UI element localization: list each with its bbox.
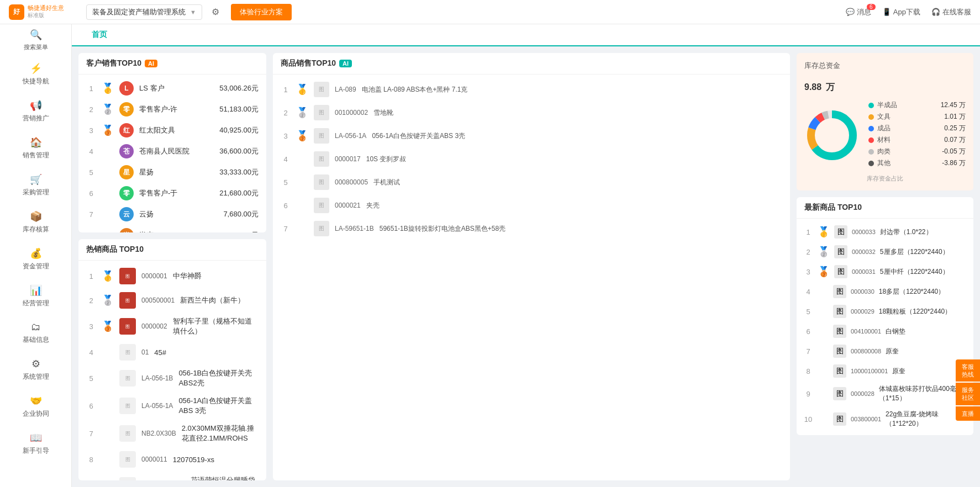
hot-products-title: 热销商品 TOP10 (86, 245, 144, 255)
table-row: 8 尚 尚态 7,563.00元 (78, 225, 266, 232)
legend-dot (868, 161, 874, 166)
avatar: 苍 (119, 144, 134, 158)
content-area: 首页 客户销售TOP10 AI 1 🥇 L (72, 24, 980, 487)
list-item: 3 🥉 图 0000031 5厘中纤（1220*2440） (797, 262, 973, 282)
list-item: 10 图 003800001 22g鱼豆腐-烧烤味（1*12*20） (797, 406, 973, 432)
avatar: 零 (119, 102, 134, 117)
legend-list: 半成品 12.45 万 文具 1.01 万 成品 0 (868, 100, 966, 170)
service-community-button[interactable]: 服务社区 (956, 383, 980, 405)
sidebar-item-finance[interactable]: 💰 资金管理 (0, 241, 71, 278)
np-thumb: 图 (833, 285, 846, 298)
messages-button[interactable]: 💬 消息 6 (846, 7, 871, 17)
medal-gold-icon: 🥇 (296, 83, 308, 96)
logo-area: 好 畅捷通好生意 标准版 (9, 4, 81, 20)
sold-thumb: 图 (314, 105, 329, 120)
avatar: 红 (119, 123, 134, 137)
sidebar-item-purchase[interactable]: 🛒 采购管理 (0, 167, 71, 204)
medal-silver-icon: 🥈 (102, 103, 114, 115)
sidebar-item-ops[interactable]: 📊 经营管理 (0, 278, 71, 315)
legend-dot (868, 137, 874, 143)
sidebar-item-collab[interactable]: 🤝 企业协同 (0, 388, 71, 425)
list-item: 8 图 0000011 12070519-xs (78, 447, 266, 472)
list-item: 4 图 0000017 10S 变刹罗叔 (273, 147, 790, 171)
legend-dot (868, 149, 874, 155)
sidebar-label-search: 搜索菜单 (24, 43, 48, 51)
tab-home[interactable]: 首页 (81, 24, 118, 46)
list-item: 7 图 000800008 原奎 (797, 341, 973, 361)
sidebar-item-marketing[interactable]: 📢 营销推广 (0, 93, 71, 130)
medal-silver-icon: 🥈 (296, 107, 308, 119)
sidebar-item-inventory[interactable]: 📦 库存核算 (0, 204, 71, 241)
quick-icon: ⚡ (30, 62, 42, 75)
inventory-card: 库存总资金 9.88 万 (797, 53, 973, 190)
new-products-header: 最新商品 TOP10 (797, 197, 973, 219)
table-row: 4 苍 苍南县人民医院 36,600.00元 (78, 141, 266, 162)
product-thumb: 图 (119, 318, 136, 335)
product-thumb: 图 (119, 477, 136, 480)
legend-item-finished: 成品 0.25 万 (868, 124, 966, 133)
trial-button[interactable]: 体验行业方案 (231, 4, 292, 20)
sales-icon: 🏠 (30, 136, 42, 149)
legend-item-stationery: 文具 1.01 万 (868, 112, 966, 121)
sold-thumb: 图 (314, 151, 329, 167)
message-icon: 💬 (846, 8, 855, 16)
sidebar-label-quick: 快捷导航 (23, 77, 49, 86)
np-thumb: 图 (833, 325, 846, 338)
list-item: 5 图 LA-056-1B 056-1B白色按键开关壳ABS2壳 (78, 364, 266, 392)
sidebar-label-system: 系统管理 (23, 372, 49, 382)
list-item: 2 🥈 图 000500001 新西兰牛肉（新牛） (78, 288, 266, 313)
medal-bronze-icon: 🥉 (102, 124, 114, 136)
online-service-button[interactable]: 🎧 在线客服 (931, 7, 971, 17)
sidebar-item-base[interactable]: 🗂 基础信息 (0, 315, 71, 351)
inventory-icon: 📦 (30, 210, 42, 223)
app-download-button[interactable]: 📱 App下载 (882, 7, 920, 17)
table-row: 2 🥈 零 零售客户-许 51,183.00元 (78, 99, 266, 120)
sold-ai-badge: AI (339, 60, 352, 67)
sold-goods-header: 商品销售TOP10 AI (273, 53, 790, 75)
sold-goods-title: 商品销售TOP10 (281, 59, 336, 68)
mid-column: 商品销售TOP10 AI 1 🥇 图 LA-089 电池盖 LA-089 ABS… (273, 53, 790, 480)
np-thumb: 图 (834, 265, 847, 278)
list-item: 7 图 NB2.0X30B 2.0X30MM双捶花轴.捶花直径2.1MM/ROH… (78, 420, 266, 447)
avatar: 零 (119, 186, 134, 200)
list-item: 5 图 000800005 手机测试 (273, 171, 790, 194)
customer-service-button[interactable]: 客服热线 (956, 359, 980, 382)
table-row: 1 🥇 L LS 客户 53,006.26元 (78, 78, 266, 99)
donut-area: 半成品 12.45 万 文具 1.01 万 成品 0 (804, 100, 966, 170)
system-name: 装备及固定资产辅助管理系统 (92, 7, 186, 17)
sidebar-item-system[interactable]: ⚙ 系统管理 (0, 351, 71, 388)
gear-button[interactable]: ⚙ (207, 3, 224, 21)
finance-icon: 💰 (30, 247, 42, 260)
float-service: 客服热线 服务社区 直播 (956, 359, 980, 421)
sidebar-item-search[interactable]: 🔍 搜索菜单 (0, 24, 71, 56)
list-item: 1 🥇 图 0000033 封边带（1.0*22） (797, 222, 973, 242)
sidebar-item-quick[interactable]: ⚡ 快捷导航 (0, 56, 71, 93)
np-thumb: 图 (833, 412, 846, 426)
sidebar-label-purchase: 采购管理 (23, 188, 49, 197)
right-column: 库存总资金 9.88 万 (797, 53, 973, 480)
sold-thumb: 图 (314, 221, 329, 236)
list-item: 4 图 01 45# (78, 340, 266, 364)
system-icon: ⚙ (31, 358, 40, 370)
table-row: 5 星 星扬 33,333.00元 (78, 162, 266, 183)
main-layout: 🔍 搜索菜单 ⚡ 快捷导航 📢 营销推广 🏠 销售管理 🛒 采购管理 📦 库存核… (0, 24, 980, 487)
gear-icon: ⚙ (212, 7, 219, 17)
marketing-icon: 📢 (30, 99, 42, 112)
avatar: 星 (119, 165, 134, 179)
list-item: 6 图 LA-056-1A 056-1A白色按键开关盖ABS 3壳 (78, 392, 266, 420)
legend-dot (868, 126, 874, 131)
sidebar-label-guide: 新手引导 (23, 446, 49, 456)
logo-text: 畅捷通好生意 (28, 4, 64, 12)
table-row: 3 🥉 红 红太阳文具 40,925.00元 (78, 120, 266, 141)
sidebar-item-sales[interactable]: 🏠 销售管理 (0, 130, 71, 167)
live-stream-button[interactable]: 直播 (956, 406, 980, 421)
legend-item-meat: 肉类 -0.05 万 (868, 147, 966, 156)
np-thumb: 图 (833, 387, 846, 400)
new-products-card: 最新商品 TOP10 1 🥇 图 0000033 封边带（1.0*22） 2 (797, 197, 973, 435)
chevron-down-icon: ▼ (190, 9, 196, 15)
system-selector[interactable]: 装备及固定资产辅助管理系统 ▼ (86, 4, 202, 20)
sidebar-item-guide[interactable]: 📖 新手引导 (0, 425, 71, 462)
medal-silver-icon: 🥈 (102, 294, 114, 306)
list-item: 2 🥈 图 0000032 5厘多层（1220*2440） (797, 242, 973, 262)
legend-dot (868, 114, 874, 120)
